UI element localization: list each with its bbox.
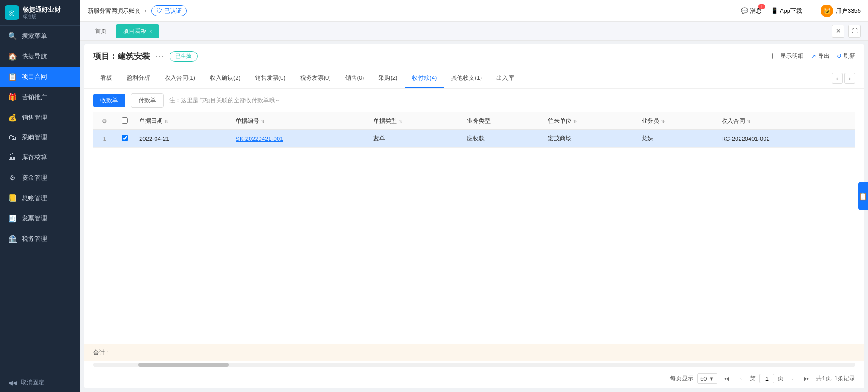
show-detail-checkbox[interactable] (772, 53, 778, 59)
refresh-action[interactable]: ↺ 刷新 (837, 52, 855, 60)
sub-tab-sales-invoice[interactable]: 销售发票(0) (248, 68, 293, 88)
sub-tab-income-contract[interactable]: 收入合同(1) (157, 68, 203, 88)
per-page-chevron: ▼ (708, 375, 714, 382)
marketing-icon: 🎁 (8, 93, 17, 101)
next-page-button[interactable]: › (787, 373, 798, 384)
sub-tab-tax-invoice[interactable]: 税务发票(0) (293, 68, 338, 88)
toolbar: 收款单 付款单 注：这里是与项目关联的全部收付款单哦～ (84, 89, 864, 112)
tab-close-icon[interactable]: × (149, 29, 152, 34)
sub-tab-receipt[interactable]: 收付款(4) (405, 68, 444, 88)
tab-home[interactable]: 首页 (88, 24, 114, 38)
sidebar-footer-unpin[interactable]: ◀◀ 取消固定 (0, 373, 80, 392)
mobile-icon: 📱 (771, 7, 778, 14)
pagination-total: 共1页, 1条记录 (816, 374, 855, 382)
last-page-button[interactable]: ⏭ (802, 373, 812, 384)
sub-tab-other-expense[interactable]: 其他收支(1) (444, 68, 489, 88)
th-biz-type: 业务类型 (462, 112, 542, 130)
cell-income-contract: RC-20220401-002 (716, 130, 855, 148)
cell-type: 蓝单 (368, 130, 462, 148)
finance-icon: ⚙ (8, 173, 17, 182)
sort-arrow-salesman: ⇅ (661, 119, 665, 124)
topbar-account-name: 新服务官网演示账套 (88, 7, 141, 15)
sidebar-item-quick-nav[interactable]: 🏠 快捷导航 (0, 46, 80, 67)
message-badge: 1 (758, 4, 765, 9)
th-code[interactable]: 单据编号⇅ (230, 112, 368, 130)
toolbar-note: 注：这里是与项目关联的全部收付款单哦～ (169, 96, 281, 105)
sub-tabs-next-arrow[interactable]: › (844, 73, 855, 84)
ledger-icon: 📒 (8, 194, 17, 202)
tabs-actions: ✕ ⛶ (832, 25, 861, 38)
sidebar-item-inventory[interactable]: 🏛 库存核算 (0, 148, 80, 167)
sidebar-item-marketing[interactable]: 🎁 营销推广 (0, 87, 80, 107)
sub-tab-income-confirm[interactable]: 收入确认(2) (203, 68, 248, 88)
export-icon: ↗ (811, 53, 816, 60)
tab-project-kanban[interactable]: 项目看板 × (116, 24, 159, 38)
sidebar-item-search[interactable]: 🔍 搜索菜单 (0, 26, 80, 46)
sidebar-logo: ◎ 畅捷通好业财 标准版 (0, 0, 80, 26)
purchase-icon: 🛍 (8, 134, 17, 142)
table-container: ⚙ 单据日期⇅ 单据编号⇅ 单据类型⇅ (84, 112, 864, 344)
cell-index: 1 (93, 130, 116, 148)
sidebar-item-invoice[interactable]: 🧾 发票管理 (0, 208, 80, 229)
cell-checkbox (116, 130, 134, 148)
sidebar-item-sales[interactable]: 💰 销售管理 (0, 107, 80, 128)
topbar-app-download[interactable]: 📱 App下载 (771, 7, 802, 15)
sub-tab-profit[interactable]: 盈利分析 (119, 68, 157, 88)
close-window-button[interactable]: ✕ (832, 25, 844, 38)
th-partner[interactable]: 往来单位⇅ (542, 112, 636, 130)
th-salesman[interactable]: 业务员⇅ (636, 112, 716, 130)
chevron-down-icon: ▼ (143, 8, 148, 13)
app-logo-icon: ◎ (5, 5, 19, 20)
topbar-messages[interactable]: 💬 消息 1 (741, 7, 762, 15)
topbar-user[interactable]: 🐱 用户3355 (821, 5, 861, 17)
th-type[interactable]: 单据类型⇅ (368, 112, 462, 130)
show-detail-action[interactable]: 显示明细 (772, 52, 804, 60)
cell-code[interactable]: SK-20220421-001 (230, 130, 368, 148)
receipt-button[interactable]: 收款单 (93, 94, 125, 107)
more-options-icon[interactable]: ··· (156, 52, 164, 60)
home-icon: 🏠 (8, 52, 17, 61)
cell-partner: 宏茂商场 (542, 130, 636, 148)
sub-tab-sales[interactable]: 销售(0) (338, 68, 372, 88)
table-row[interactable]: 1 2022-04-21 SK-20220421-001 蓝单 应收款 宏茂商场… (93, 130, 855, 148)
expand-window-button[interactable]: ⛶ (848, 25, 861, 38)
sub-tab-in-out[interactable]: 出入库 (489, 68, 521, 88)
per-page-select[interactable]: 50 ▼ (697, 373, 717, 384)
topbar: 新服务官网演示账套 ▼ 🛡 已认证 💬 消息 1 📱 App下载 🐱 用户335… (80, 0, 868, 22)
topbar-right: 💬 消息 1 📱 App下载 🐱 用户3355 (741, 5, 861, 17)
sort-arrow-income-contract: ⇅ (747, 119, 750, 124)
table-header-row: ⚙ 单据日期⇅ 单据编号⇅ 单据类型⇅ (93, 112, 855, 130)
th-date[interactable]: 单据日期⇅ (134, 112, 230, 130)
sidebar-item-finance[interactable]: ⚙ 资金管理 (0, 167, 80, 188)
main-area: 新服务官网演示账套 ▼ 🛡 已认证 💬 消息 1 📱 App下载 🐱 用户335… (80, 0, 868, 392)
sub-tab-purchase[interactable]: 采购(2) (371, 68, 405, 88)
prev-page-button[interactable]: ‹ (736, 373, 746, 384)
project-title: 项目：建筑安装 (93, 51, 150, 62)
th-income-contract[interactable]: 收入合同⇅ (716, 112, 855, 130)
sidebar-item-tax[interactable]: 🏦 税务管理 (0, 229, 80, 249)
current-page-input[interactable] (760, 374, 774, 383)
sub-tab-kanban[interactable]: 看板 (93, 68, 119, 88)
sidebar-item-project-contract[interactable]: 📋 项目合同 (0, 67, 80, 87)
payment-button[interactable]: 付款单 (131, 93, 164, 108)
data-table: ⚙ 单据日期⇅ 单据编号⇅ 单据类型⇅ (93, 112, 855, 148)
table-footer: 合计： (84, 344, 864, 361)
first-page-button[interactable]: ⏮ (721, 373, 732, 384)
export-action[interactable]: ↗ 导出 (811, 52, 830, 60)
sidebar-item-purchase[interactable]: 🛍 采购管理 (0, 128, 80, 148)
sort-arrow-date: ⇅ (165, 119, 168, 124)
project-icon: 📋 (8, 72, 17, 81)
user-avatar: 🐱 (821, 5, 833, 17)
scrollbar-thumb[interactable] (138, 363, 229, 367)
topbar-account[interactable]: 新服务官网演示账套 ▼ (88, 7, 148, 15)
sort-arrow-type: ⇅ (399, 119, 402, 124)
right-sidebar-toggle[interactable]: 📋 (858, 182, 868, 210)
scrollbar-area (84, 361, 864, 368)
topbar-certified-badge: 🛡 已认证 (151, 5, 187, 16)
sub-tabs-prev-arrow[interactable]: ‹ (832, 73, 843, 84)
row-checkbox[interactable] (122, 135, 128, 141)
horizontal-scrollbar[interactable] (93, 363, 855, 367)
sidebar-item-ledger[interactable]: 📒 总账管理 (0, 188, 80, 208)
th-settings[interactable]: ⚙ (93, 112, 116, 130)
select-all-checkbox[interactable] (122, 117, 128, 124)
